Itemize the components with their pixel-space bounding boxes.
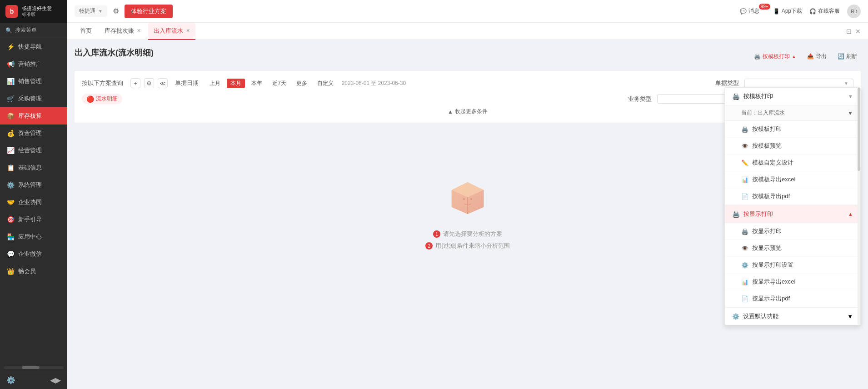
restore-icon[interactable]: ⊡: [846, 28, 852, 35]
inventory-icon: 📦: [6, 112, 15, 120]
pdf-item-icon: 📄: [741, 193, 748, 200]
user-name: 畅捷通: [79, 7, 95, 15]
dropdown-footer[interactable]: ⚙️ 设置默认功能 ▼: [725, 308, 860, 325]
sidebar-item-label: 畅会员: [18, 267, 36, 275]
member-icon: 👑: [6, 268, 15, 275]
filter-settings-button[interactable]: ⚙: [144, 78, 154, 88]
user-selector[interactable]: 畅捷通 ▼: [75, 5, 107, 17]
empty-illustration: [445, 175, 490, 221]
collapse-label: 收起更多条件: [455, 108, 488, 115]
date-btn-more[interactable]: 更多: [293, 79, 311, 88]
preview-item-icon: 👁️: [741, 143, 748, 150]
app-download-button[interactable]: 📱 App下载: [773, 7, 802, 15]
template-section-title: 按模板打印: [743, 92, 773, 100]
export-label: 导出: [816, 53, 827, 60]
biz-type-label: 业务类型: [628, 95, 652, 103]
sidebar-item-sales[interactable]: 📊 销售管理: [0, 73, 67, 90]
sidebar-item-system[interactable]: ⚙️ 系统管理: [0, 176, 67, 194]
tab-batch[interactable]: 库存批次账 ✕: [99, 23, 146, 40]
tab-home[interactable]: 首页: [75, 23, 97, 40]
display-settings-item[interactable]: ⚙️ 按显示打印设置: [725, 257, 860, 274]
collapse-icon[interactable]: ◀▶: [50, 376, 61, 384]
collapse-button[interactable]: ▲ 收起更多条件: [448, 108, 488, 115]
date-btn-this-year[interactable]: 本年: [248, 79, 266, 88]
basics-icon: 📋: [6, 164, 15, 171]
sidebar-item-guide[interactable]: 🎯 新手引导: [0, 211, 67, 228]
refresh-label: 刷新: [846, 53, 857, 60]
doc-type-label: 单据类型: [715, 79, 739, 87]
printer-icon: 🖨️: [732, 93, 740, 100]
sidebar-item-basics[interactable]: 📋 基础信息: [0, 159, 67, 176]
filter-collapse-button[interactable]: ≪: [158, 78, 168, 88]
app-edition: 标准版: [22, 11, 52, 18]
display-export-excel-item[interactable]: 📊 按显示导出excel: [725, 274, 860, 290]
add-filter-button[interactable]: +: [130, 78, 140, 88]
tab-flow-close[interactable]: ✕: [186, 28, 190, 34]
online-service-label: 在线客服: [818, 7, 840, 15]
date-btn-last7[interactable]: 近7天: [269, 79, 290, 88]
refresh-icon: 🔄: [838, 53, 844, 60]
sidebar-item-shortcut[interactable]: ⚡ 快捷导航: [0, 38, 67, 55]
sidebar-item-collab[interactable]: 🤝 企业协同: [0, 194, 67, 211]
collab-icon: 🤝: [6, 199, 15, 206]
tab-batch-label: 库存批次账: [105, 27, 134, 35]
sidebar-item-label: 企业微信: [18, 250, 42, 258]
sidebar-item-appstore[interactable]: 🏪 应用中心: [0, 228, 67, 245]
display-preview-item[interactable]: 👁️ 按显示预览: [725, 240, 860, 257]
sidebar-item-finance[interactable]: 💰 资金管理: [0, 125, 67, 142]
sidebar-item-label: 系统管理: [18, 181, 42, 189]
tab-batch-close[interactable]: ✕: [137, 28, 141, 34]
shortcut-icon: ⚡: [6, 43, 15, 50]
sidebar-item-label: 销售管理: [18, 77, 42, 85]
display-settings-icon: ⚙️: [741, 262, 748, 269]
tab-flow[interactable]: 出入库流水 ✕: [148, 23, 195, 40]
display-export-pdf-item[interactable]: 📄 按显示导出pdf: [725, 290, 860, 307]
sidebar-search[interactable]: 🔍 搜索菜单: [0, 23, 67, 38]
user-avatar[interactable]: Rit: [847, 5, 861, 18]
sidebar-item-label: 营销推广: [18, 60, 42, 68]
template-custom-item[interactable]: ✏️ 模板自定义设计: [725, 155, 860, 171]
date-btn-last-month[interactable]: 上月: [206, 79, 224, 88]
doc-type-dropdown-icon: ▼: [844, 81, 848, 86]
export-button[interactable]: 📤 导出: [803, 51, 830, 62]
template-print-item[interactable]: 🖨️ 按模板打印: [725, 121, 860, 138]
active-filter-tag: 🔴 流水明细: [82, 94, 122, 104]
print-template-button[interactable]: 🖨️ 按模板打印 ▲: [750, 51, 800, 62]
message-button[interactable]: 💬 消息 99+: [740, 7, 766, 15]
display-section-header[interactable]: 🖨️ 按显示打印 ▲: [725, 205, 860, 223]
sidebar-item-label: 应用中心: [18, 233, 42, 241]
sidebar-item-member[interactable]: 👑 畅会员: [0, 263, 67, 280]
doc-type-select[interactable]: ▼: [744, 79, 853, 88]
tab-bar: 首页 库存批次账 ✕ 出入库流水 ✕ ⊡ ✕: [67, 23, 868, 40]
message-badge: 99+: [759, 4, 770, 10]
system-icon: ⚙️: [6, 181, 15, 189]
trial-button[interactable]: 体验行业方案: [125, 5, 173, 18]
sidebar-item-wechat[interactable]: 💬 企业微信: [0, 245, 67, 263]
date-btn-this-month[interactable]: 本月: [227, 79, 245, 88]
tab-flow-label: 出入库流水: [154, 27, 183, 35]
template-section-header[interactable]: 🖨️ 按模板打印 ▼: [725, 88, 860, 105]
online-service-button[interactable]: 🎧 在线客服: [809, 7, 840, 15]
sidebar-item-inventory[interactable]: 📦 库存核算: [0, 107, 67, 125]
settings-icon[interactable]: ⚙️: [6, 376, 15, 384]
display-printer-icon: 🖨️: [732, 210, 740, 218]
sidebar-item-label: 库存核算: [18, 112, 42, 120]
print-chevron: ▲: [792, 54, 796, 59]
maximize-icon[interactable]: ✕: [855, 28, 861, 35]
template-preview-item[interactable]: 👁️ 按模板预览: [725, 138, 860, 155]
refresh-button[interactable]: 🔄 刷新: [834, 51, 861, 62]
excel-item-icon: 📊: [741, 176, 748, 183]
filter-label: 按以下方案查询: [82, 79, 123, 87]
header-gear-icon[interactable]: ⚙: [113, 7, 119, 15]
sidebar-item-marketing[interactable]: 📢 营销推广: [0, 55, 67, 73]
template-export-pdf-item[interactable]: 📄 按模板导出pdf: [725, 188, 860, 205]
template-export-excel-item[interactable]: 📊 按模板导出excel: [725, 171, 860, 188]
sidebar-item-operations[interactable]: 📈 经营管理: [0, 142, 67, 159]
date-btn-custom[interactable]: 自定义: [314, 79, 337, 88]
filter-row-1: 按以下方案查询 + ⚙ ≪ 单据日期 上月 本月 本年 近7天 更多 自定义: [82, 78, 853, 88]
search-icon: 🔍: [5, 27, 12, 34]
display-print-item[interactable]: 🖨️ 按显示打印: [725, 223, 860, 240]
page-content: 出入库流水(流水明细) 🖨️ 按模板打印 ▲ 📤 导出 🔄 刷新: [67, 40, 868, 389]
download-icon: 📱: [773, 8, 780, 15]
sidebar-item-purchase[interactable]: 🛒 采购管理: [0, 90, 67, 107]
